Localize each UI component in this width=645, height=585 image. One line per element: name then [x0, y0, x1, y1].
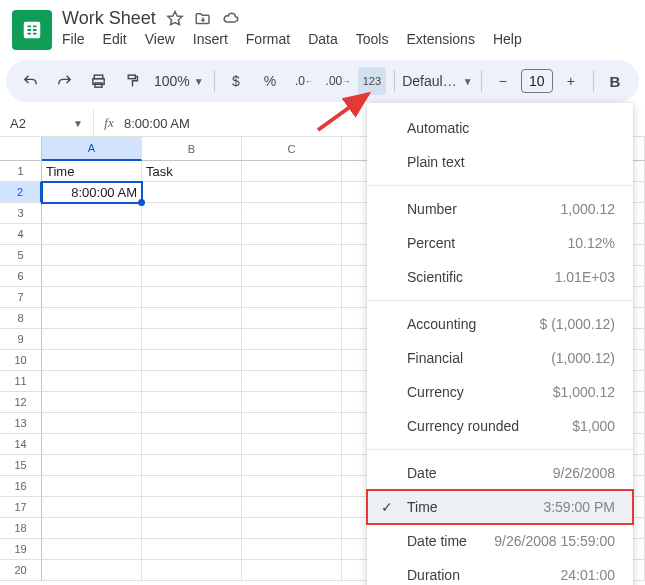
- format-currency[interactable]: Currency$1,000.12: [367, 375, 633, 409]
- format-number[interactable]: Number1,000.12: [367, 192, 633, 226]
- cell[interactable]: [42, 539, 142, 560]
- cell[interactable]: [242, 560, 342, 581]
- row-header[interactable]: 10: [0, 350, 42, 371]
- cell[interactable]: [242, 308, 342, 329]
- cell[interactable]: [42, 497, 142, 518]
- cell[interactable]: [42, 224, 142, 245]
- cell[interactable]: [242, 350, 342, 371]
- format-currency-rounded[interactable]: Currency rounded$1,000: [367, 409, 633, 443]
- row-header[interactable]: 16: [0, 476, 42, 497]
- cell[interactable]: Time: [42, 161, 142, 182]
- document-title[interactable]: Work Sheet: [62, 8, 156, 29]
- cell[interactable]: [42, 392, 142, 413]
- format-scientific[interactable]: Scientific1.01E+03: [367, 260, 633, 294]
- cell[interactable]: [242, 434, 342, 455]
- cell[interactable]: [42, 455, 142, 476]
- select-all-corner[interactable]: [0, 137, 42, 160]
- format-date-time[interactable]: Date time9/26/2008 15:59:00: [367, 524, 633, 558]
- column-header-c[interactable]: C: [242, 137, 342, 160]
- cell[interactable]: [142, 182, 242, 203]
- cell[interactable]: [142, 308, 242, 329]
- star-icon[interactable]: [166, 10, 184, 28]
- sheets-logo[interactable]: [12, 10, 52, 50]
- cell[interactable]: [242, 413, 342, 434]
- cell[interactable]: [142, 224, 242, 245]
- cell[interactable]: [242, 455, 342, 476]
- paint-format-button[interactable]: [118, 67, 146, 95]
- menu-view[interactable]: View: [145, 31, 175, 47]
- cell[interactable]: [42, 266, 142, 287]
- cloud-status-icon[interactable]: [222, 10, 240, 28]
- cell[interactable]: [142, 434, 242, 455]
- move-folder-icon[interactable]: [194, 10, 212, 28]
- cell[interactable]: [242, 497, 342, 518]
- cell[interactable]: [42, 434, 142, 455]
- cell[interactable]: [142, 539, 242, 560]
- row-header[interactable]: 14: [0, 434, 42, 455]
- redo-button[interactable]: [50, 67, 78, 95]
- percent-format-button[interactable]: %: [256, 67, 284, 95]
- cell[interactable]: [42, 476, 142, 497]
- format-financial[interactable]: Financial(1,000.12): [367, 341, 633, 375]
- cell[interactable]: [242, 182, 342, 203]
- row-header[interactable]: 6: [0, 266, 42, 287]
- row-header[interactable]: 2: [0, 182, 42, 203]
- zoom-dropdown[interactable]: 100%▼: [152, 73, 206, 89]
- cell[interactable]: [242, 476, 342, 497]
- row-header[interactable]: 11: [0, 371, 42, 392]
- menu-edit[interactable]: Edit: [103, 31, 127, 47]
- print-button[interactable]: [84, 67, 112, 95]
- format-automatic[interactable]: Automatic: [367, 111, 633, 145]
- cell[interactable]: [242, 245, 342, 266]
- row-header[interactable]: 20: [0, 560, 42, 581]
- cell[interactable]: [142, 497, 242, 518]
- increase-font-size-button[interactable]: +: [557, 67, 585, 95]
- cell[interactable]: [42, 560, 142, 581]
- cell[interactable]: [42, 203, 142, 224]
- cell[interactable]: [142, 203, 242, 224]
- bold-button[interactable]: B: [601, 67, 629, 95]
- cell[interactable]: [42, 371, 142, 392]
- cell[interactable]: [42, 245, 142, 266]
- row-header[interactable]: 9: [0, 329, 42, 350]
- cell[interactable]: [142, 350, 242, 371]
- menu-data[interactable]: Data: [308, 31, 338, 47]
- row-header[interactable]: 18: [0, 518, 42, 539]
- row-header[interactable]: 17: [0, 497, 42, 518]
- formula-bar[interactable]: 8:00:00 AM: [124, 116, 190, 131]
- cell[interactable]: [242, 329, 342, 350]
- row-header[interactable]: 8: [0, 308, 42, 329]
- decrease-font-size-button[interactable]: −: [489, 67, 517, 95]
- cell[interactable]: [142, 287, 242, 308]
- cell[interactable]: [242, 518, 342, 539]
- cell[interactable]: [42, 287, 142, 308]
- decrease-decimal-button[interactable]: .0←: [290, 67, 318, 95]
- cell[interactable]: [42, 329, 142, 350]
- cell[interactable]: [142, 413, 242, 434]
- menu-extensions[interactable]: Extensions: [406, 31, 474, 47]
- format-duration[interactable]: Duration24:01:00: [367, 558, 633, 585]
- menu-format[interactable]: Format: [246, 31, 290, 47]
- cell[interactable]: [142, 518, 242, 539]
- cell[interactable]: [242, 224, 342, 245]
- menu-tools[interactable]: Tools: [356, 31, 389, 47]
- format-date[interactable]: Date9/26/2008: [367, 456, 633, 490]
- column-header-b[interactable]: B: [142, 137, 242, 160]
- row-header[interactable]: 1: [0, 161, 42, 182]
- name-box[interactable]: A2 ▼: [0, 110, 94, 136]
- cell[interactable]: [42, 413, 142, 434]
- row-header[interactable]: 13: [0, 413, 42, 434]
- cell[interactable]: [42, 308, 142, 329]
- cell[interactable]: [242, 161, 342, 182]
- font-family-dropdown[interactable]: Defaul…▼: [402, 73, 472, 89]
- row-header[interactable]: 5: [0, 245, 42, 266]
- cell[interactable]: [142, 245, 242, 266]
- cell[interactable]: [142, 455, 242, 476]
- format-plain-text[interactable]: Plain text: [367, 145, 633, 179]
- cell[interactable]: [142, 476, 242, 497]
- currency-format-button[interactable]: $: [222, 67, 250, 95]
- font-size-input[interactable]: 10: [521, 69, 553, 93]
- row-header[interactable]: 7: [0, 287, 42, 308]
- menu-insert[interactable]: Insert: [193, 31, 228, 47]
- format-percent[interactable]: Percent10.12%: [367, 226, 633, 260]
